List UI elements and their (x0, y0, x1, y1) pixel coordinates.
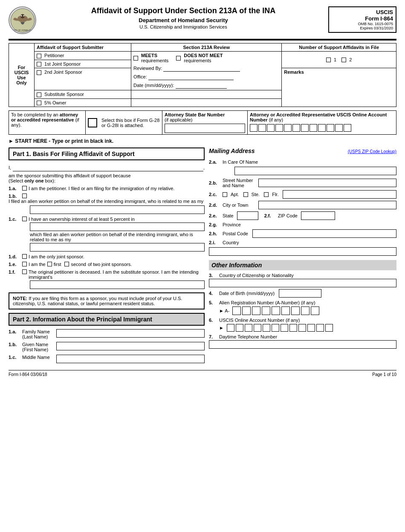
acc-cell-3[interactable] (267, 124, 275, 132)
label-1e: 1.e. (9, 262, 22, 267)
a-cell-1[interactable] (232, 306, 241, 315)
p2-label-1a: 1.a. (9, 329, 22, 334)
input-2f[interactable] (301, 211, 335, 220)
acc-cell-10[interactable] (327, 124, 334, 132)
comma: , (203, 165, 205, 170)
acc-online-2[interactable] (236, 324, 243, 332)
input-3[interactable] (209, 279, 396, 287)
g28-checkbox[interactable] (88, 118, 97, 127)
acc-cell-6[interactable] (292, 124, 300, 132)
acc-online-1[interactable] (227, 324, 234, 332)
acc-cell-1[interactable] (250, 124, 257, 132)
a-cell-9[interactable] (311, 306, 319, 315)
checkbox-1e-second[interactable] (64, 262, 69, 266)
acc-online-12[interactable] (325, 324, 333, 332)
checkbox-1a[interactable] (22, 186, 27, 191)
input-4[interactable] (279, 289, 321, 298)
label-1a: 1.a. (9, 186, 22, 191)
acc-online-5[interactable] (263, 324, 270, 332)
input-2b[interactable] (258, 179, 396, 187)
label-5: Alien Registration Number (A-Number) (if… (219, 300, 315, 305)
checkbox-1f[interactable] (22, 269, 27, 274)
meets-checkbox[interactable] (133, 56, 138, 61)
num-5: 5. (209, 300, 217, 305)
input-2i[interactable] (209, 247, 396, 256)
acc-online-6[interactable] (272, 324, 279, 332)
num1-checkbox[interactable] (326, 58, 331, 62)
a-cell-4[interactable] (262, 306, 270, 315)
checkbox-1e[interactable] (22, 262, 27, 266)
date-label: Date (mm/dd/yyyy): (133, 83, 174, 88)
acc-cell-5[interactable] (284, 124, 292, 132)
joint1-checkbox[interactable] (37, 62, 41, 66)
input-2d[interactable] (258, 201, 396, 209)
label-1b: 1.b. (9, 194, 22, 199)
flr-checkbox[interactable] (264, 192, 269, 197)
flr-label: Flr. (272, 192, 278, 197)
acc-online-11[interactable] (316, 324, 324, 332)
input-2c[interactable] (283, 190, 396, 199)
office-input[interactable] (148, 73, 234, 80)
a-cell-2[interactable] (242, 306, 251, 315)
sublabel-2a: In Care Of Name (223, 159, 258, 165)
date-input[interactable] (176, 82, 227, 89)
reviewed-by-input[interactable] (163, 65, 240, 72)
acc-cell-7[interactable] (301, 124, 309, 132)
acc-online-9[interactable] (298, 324, 306, 332)
substitute-checkbox[interactable] (37, 93, 41, 97)
joint2-checkbox[interactable] (37, 70, 41, 75)
right-column: Mailing Address (USPS ZIP Code Lookup) 2… (209, 147, 396, 366)
does-not-meet-checkbox[interactable] (176, 56, 181, 61)
a-cell-7[interactable] (291, 306, 300, 315)
checkbox-1e-first[interactable] (47, 262, 52, 266)
p2-input-1b[interactable] (56, 342, 205, 350)
acc-cell-9[interactable] (318, 124, 326, 132)
p2-input-1c[interactable] (56, 355, 205, 363)
a-cell-8[interactable] (301, 306, 310, 315)
owner-checkbox[interactable] (37, 101, 41, 105)
input-2a[interactable] (234, 167, 396, 175)
input-2h[interactable] (252, 229, 396, 238)
acc-online-10[interactable] (307, 324, 315, 332)
acc-cell-11[interactable] (335, 124, 343, 132)
remarks-label: Remarks (284, 69, 394, 75)
input-2e[interactable] (237, 211, 258, 220)
acc-cell-12[interactable] (344, 124, 351, 132)
ste-checkbox[interactable] (243, 192, 248, 197)
a-cell-5[interactable] (272, 306, 280, 315)
label-2c: 2.c. (209, 192, 221, 197)
apt-checkbox[interactable] (223, 192, 227, 197)
checkbox-1d[interactable] (22, 254, 27, 259)
input-1c-relationship[interactable] (30, 243, 205, 252)
mailing-title: Mailing Address (209, 147, 255, 154)
acc-online-4[interactable] (254, 324, 261, 332)
petitioner-checkbox[interactable] (37, 54, 41, 58)
svg-text:DEPT OF HOMELAND: DEPT OF HOMELAND (12, 29, 34, 32)
acc-online-8[interactable] (289, 324, 297, 332)
a-cell-6[interactable] (281, 306, 290, 315)
p2-sublabel-1c: Middle Name (22, 355, 56, 360)
mailing-header-row: Mailing Address (USPS ZIP Code Lookup) (209, 147, 396, 157)
acc-cell-8[interactable] (310, 124, 317, 132)
checkbox-1b[interactable] (22, 194, 27, 198)
input-1b[interactable] (30, 205, 205, 214)
input-1f[interactable] (30, 280, 205, 289)
num2-checkbox[interactable] (341, 58, 346, 62)
acc-cell-4[interactable] (275, 124, 283, 132)
section213-header: Section 213A Review (131, 43, 282, 52)
acc-online-7[interactable] (281, 324, 288, 332)
sponsor-name-input[interactable] (13, 164, 203, 171)
second-label: second (71, 262, 86, 267)
checkbox-1c[interactable] (22, 217, 27, 221)
input-1c-org[interactable] (30, 223, 205, 231)
bar-number-input[interactable] (165, 124, 245, 133)
label-1c: 1.c. (9, 217, 22, 222)
a-cell-3[interactable] (252, 306, 260, 315)
agency-logo: DEPT OF HOMELAND (9, 6, 38, 34)
zip-lookup-link[interactable]: (USPS ZIP Code Lookup) (348, 149, 396, 154)
acc-cell-2[interactable] (258, 124, 266, 132)
acc-online-3[interactable] (245, 324, 252, 332)
p2-input-1a[interactable] (56, 329, 205, 338)
input-7[interactable] (209, 340, 396, 349)
bar-number-cell: Attorney State Bar Number (if applicable… (162, 111, 248, 135)
